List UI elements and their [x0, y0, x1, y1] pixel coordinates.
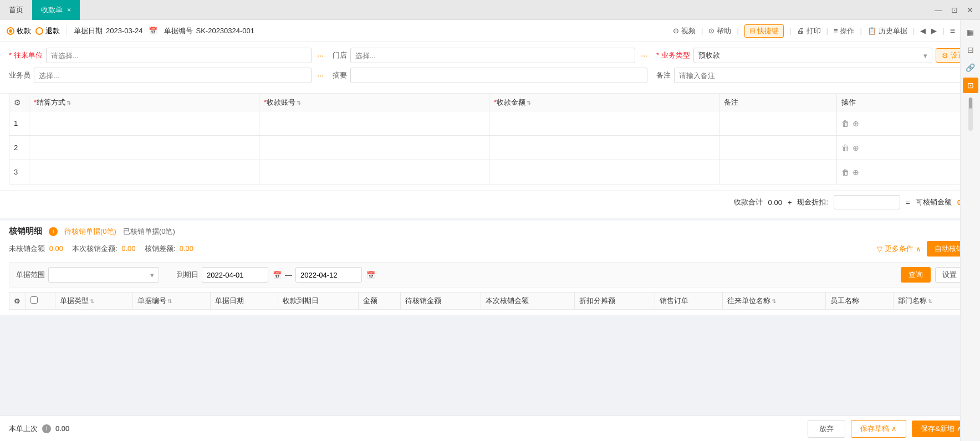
- row2-note[interactable]: [719, 136, 836, 160]
- row2-amount[interactable]: [489, 136, 719, 160]
- help-btn[interactable]: ⊙ 帮助: [708, 26, 731, 36]
- reconcile-info-icon[interactable]: i: [49, 227, 58, 236]
- current-value: 0.00: [121, 244, 135, 253]
- sidebar-link-icon[interactable]: 🔗: [963, 60, 978, 75]
- operations-icon: ≡: [834, 27, 838, 35]
- row2-copy-icon[interactable]: ⊕: [853, 143, 859, 152]
- salesperson-input[interactable]: [34, 68, 312, 83]
- row1-account[interactable]: [259, 111, 489, 136]
- col-employee: 员工名称: [825, 293, 893, 310]
- summary-input[interactable]: [350, 68, 647, 83]
- operations-label: 操作: [840, 26, 854, 36]
- row1-settlement[interactable]: [29, 111, 259, 136]
- footer-right: 放弃 保存草稿 ∧ 保存&新增 ∧: [808, 420, 971, 438]
- counterpart-more-btn[interactable]: ···: [317, 51, 324, 60]
- tab-home[interactable]: 首页: [0, 0, 32, 20]
- save-draft-btn[interactable]: 保存草稿 ∧: [851, 420, 906, 438]
- date-from-icon[interactable]: 📅: [273, 271, 282, 279]
- total-value: 0.00: [768, 198, 782, 207]
- receipt-radio[interactable]: 收款: [7, 26, 31, 36]
- print-label: 打印: [807, 26, 821, 36]
- diff-label: 核销差额:: [145, 244, 176, 253]
- row3-delete-icon[interactable]: 🗑: [841, 168, 849, 177]
- range-select[interactable]: ▾: [48, 267, 159, 283]
- business-type-select[interactable]: 预收款 ▾: [693, 48, 932, 63]
- row2-settlement[interactable]: [29, 136, 259, 160]
- select-all-checkbox[interactable]: [30, 296, 38, 304]
- col-pending-amount: 待核销金额: [401, 293, 481, 310]
- col-settlement: *结算方式⇅: [29, 94, 259, 111]
- date-value: 2023-03-24: [106, 27, 143, 35]
- video-btn[interactable]: ⊙ 视频: [673, 26, 696, 36]
- table-gear-icon[interactable]: ⚙: [14, 98, 21, 107]
- filter-row: 单据范围 ▾ 到期日 📅 — 📅 查询 设置: [9, 262, 971, 288]
- row3-account[interactable]: [259, 160, 489, 184]
- date-to-input[interactable]: [295, 267, 362, 283]
- reconcile-title: 核销明细: [9, 226, 42, 237]
- date-to-icon[interactable]: 📅: [366, 271, 375, 279]
- salesperson-field: 业务员 ···: [9, 68, 324, 83]
- next-btn[interactable]: ▶: [931, 27, 937, 35]
- row2-index: 2: [9, 136, 29, 160]
- table2-gear-icon[interactable]: ⚙: [14, 297, 21, 305]
- number-field: 单据编号 SK-20230324-001: [164, 26, 255, 36]
- salesperson-more-btn[interactable]: ···: [317, 71, 324, 80]
- restore-btn[interactable]: ⊡: [949, 4, 960, 16]
- row3-settlement[interactable]: [29, 160, 259, 184]
- refund-radio[interactable]: 退款: [35, 26, 60, 36]
- col-current-amount: 本次核销金额: [481, 293, 574, 310]
- store-more-btn[interactable]: ···: [641, 51, 647, 60]
- sort-account-icon: ⇅: [297, 100, 301, 106]
- date-from-input[interactable]: [202, 267, 268, 283]
- minimize-btn[interactable]: —: [932, 4, 945, 16]
- print-btn[interactable]: 🖨 打印: [797, 26, 821, 36]
- discard-btn[interactable]: 放弃: [808, 420, 845, 438]
- query-btn[interactable]: 查询: [901, 267, 931, 283]
- store-input[interactable]: [350, 48, 635, 63]
- row1-delete-icon[interactable]: 🗑: [841, 119, 849, 128]
- col-doc-date: 单据日期: [210, 293, 278, 310]
- shortcut-btn[interactable]: ⊟ 快捷键: [744, 24, 784, 38]
- close-window-btn[interactable]: ✕: [964, 4, 976, 16]
- operations-btn[interactable]: ≡ 操作: [834, 26, 855, 36]
- save-draft-label: 保存草稿: [860, 424, 889, 434]
- tab-close-btn[interactable]: ×: [67, 0, 71, 20]
- more-conditions-btn[interactable]: ▽ 更多条件 ∧: [877, 244, 921, 254]
- col-checkbox2: [26, 293, 55, 310]
- row2-delete-icon[interactable]: 🗑: [841, 143, 849, 152]
- save-new-label: 保存&新增: [921, 424, 955, 434]
- date-field: 单据日期 2023-03-24 📅: [74, 26, 157, 36]
- row3-copy-icon[interactable]: ⊕: [853, 168, 859, 177]
- video-label: 视频: [681, 26, 696, 36]
- carry-over-info-icon[interactable]: i: [42, 424, 51, 433]
- business-type-value: 预收款: [698, 50, 720, 60]
- discount-input[interactable]: [834, 195, 900, 209]
- sidebar-table-icon[interactable]: ▦: [963, 24, 978, 40]
- row3-note[interactable]: [719, 160, 836, 184]
- row2-account[interactable]: [259, 136, 489, 160]
- row1-note[interactable]: [719, 111, 836, 136]
- sidebar-scrollbar[interactable]: [968, 98, 973, 131]
- done-tab[interactable]: 已核销单据(0笔): [123, 227, 175, 237]
- history-btn[interactable]: 📋 历史单据: [867, 26, 907, 36]
- calendar-icon[interactable]: 📅: [149, 27, 157, 35]
- tab-active[interactable]: 收款单 ×: [32, 0, 80, 20]
- range-field: 单据范围 ▾: [16, 267, 159, 283]
- note-label: 备注: [656, 70, 671, 80]
- prev-btn[interactable]: ◀: [920, 27, 926, 35]
- more-conditions-label: 更多条件: [885, 244, 913, 254]
- shortcut-label: 快捷键: [757, 27, 779, 35]
- main-toolbar: 收款 退款 单据日期 2023-03-24 📅 单据编号 SK-20230324…: [0, 20, 980, 42]
- sidebar-expand-icon[interactable]: ⊡: [963, 78, 978, 93]
- counterpart-input[interactable]: [46, 48, 312, 63]
- reconcile-header: 核销明细 i 待核销单据(0笔) 已核销单据(0笔): [9, 226, 971, 237]
- pending-tab[interactable]: 待核销单据(0笔): [64, 227, 116, 237]
- row1-amount[interactable]: [489, 111, 719, 136]
- sidebar-notes-icon[interactable]: ⊟: [963, 42, 978, 58]
- refund-radio-dot: [35, 27, 43, 35]
- row1-copy-icon[interactable]: ⊕: [853, 119, 859, 128]
- note-input[interactable]: [674, 68, 971, 83]
- list-view-icon[interactable]: ≡: [950, 26, 955, 36]
- row3-amount[interactable]: [489, 160, 719, 184]
- counterpart-field: * 往来单位 ···: [9, 48, 324, 63]
